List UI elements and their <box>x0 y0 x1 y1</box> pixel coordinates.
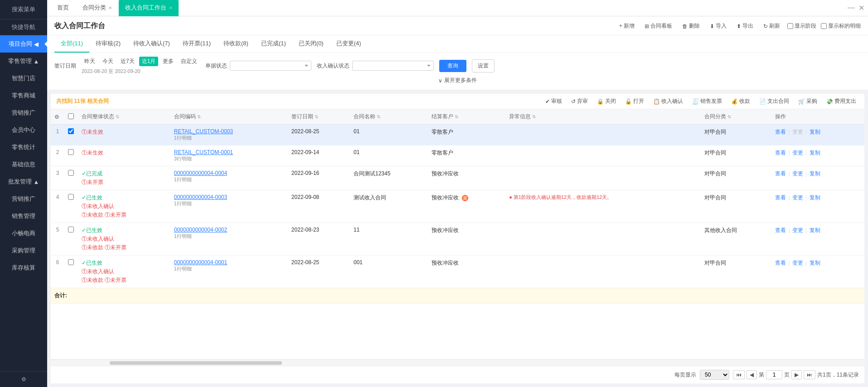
sidebar-search[interactable]: 搜索菜单 <box>0 0 47 19</box>
view-btn[interactable]: 查看 <box>775 227 786 233</box>
contract-code-link[interactable]: RETAIL_CUSTOM-0001 <box>174 149 233 155</box>
expand-more-btn[interactable]: ∨ 展开更多条件 <box>54 75 861 86</box>
settings-button[interactable]: 设置 <box>472 59 495 73</box>
doc-status-select[interactable] <box>230 61 311 71</box>
tab-contract-category[interactable]: 合同分类 × <box>76 0 118 16</box>
sidebar-item-sales-mgmt[interactable]: 销售管理 <box>0 208 47 225</box>
col-code[interactable]: 合同编码 <box>170 109 288 125</box>
filter-tab-pending-confirm[interactable]: 待收入确认(7) <box>127 35 176 53</box>
minimize-icon[interactable]: — <box>848 4 855 12</box>
per-page-select[interactable]: 50 10 20 100 <box>700 370 729 380</box>
view-btn[interactable]: 查看 <box>775 260 786 266</box>
row-checkbox[interactable] <box>68 149 74 155</box>
row-checkbox[interactable] <box>68 128 74 134</box>
sidebar-item-marketing[interactable]: 营销推广 <box>0 104 47 121</box>
copy-btn[interactable]: 复制 <box>810 227 820 233</box>
sidebar-item-retail-stats[interactable]: 零售统计 <box>0 139 47 156</box>
view-btn[interactable]: 查看 <box>775 170 786 177</box>
sidebar-item-basic-info[interactable]: 基础信息 <box>0 156 47 173</box>
horizontal-scroll-bar[interactable] <box>51 359 864 366</box>
expense-contract-button[interactable]: 📄 支出合同 <box>756 97 792 106</box>
change-btn[interactable]: 变更 <box>792 150 803 156</box>
tab-income-workbench-close[interactable]: × <box>169 5 172 10</box>
change-btn[interactable]: 变更 <box>792 170 803 177</box>
row-checkbox[interactable] <box>68 259 74 265</box>
change-btn[interactable]: 变更 <box>792 227 803 233</box>
sidebar-item-retail-mall[interactable]: 零售商城 <box>0 87 47 104</box>
select-all-checkbox[interactable] <box>68 113 74 119</box>
filter-tab-closed[interactable]: 已关闭(0) <box>292 35 330 53</box>
contract-code-link[interactable]: RETAIL_CUSTOM-0003 <box>174 128 233 135</box>
change-btn[interactable]: 变更 <box>792 194 803 201</box>
filter-tab-all[interactable]: 全部(11) <box>54 35 89 53</box>
close-contract-button[interactable]: 🔒 关闭 <box>594 97 619 106</box>
contract-code-link[interactable]: 0000000000004-0004 <box>174 170 227 176</box>
query-button[interactable]: 查询 <box>439 60 466 72</box>
tab-home[interactable]: 首页 <box>51 0 75 16</box>
sidebar-item-member[interactable]: 会员中心 <box>0 121 47 139</box>
filter-tab-pending-invoice[interactable]: 待开票(11) <box>176 35 217 53</box>
filter-tab-completed[interactable]: 已完成(1) <box>255 35 292 53</box>
sidebar-quick-nav[interactable]: 快捷导航 <box>0 19 47 35</box>
col-settings[interactable]: ⚙ <box>51 109 64 125</box>
sidebar-item-project[interactable]: 项目合同 ◀ <box>0 35 47 53</box>
tab-income-workbench[interactable]: 收入合同工作台 × <box>119 0 178 16</box>
copy-btn[interactable]: 复制 <box>810 129 820 135</box>
kanban-button[interactable]: ⊞ 合同看板 <box>642 21 675 31</box>
income-confirm-button[interactable]: 📋 收入确认 <box>650 97 686 106</box>
change-btn[interactable]: 变更 <box>792 260 803 266</box>
refresh-button[interactable]: ↻ 刷新 <box>761 21 783 31</box>
confirm-status-select[interactable] <box>352 61 434 71</box>
first-page-btn[interactable]: ⏮ <box>733 370 745 379</box>
col-overall-status[interactable]: 合同整体状态 <box>78 109 170 125</box>
new-button[interactable]: + 新增 <box>616 21 637 31</box>
copy-btn[interactable]: 复制 <box>810 260 820 266</box>
show-detail-checkbox[interactable] <box>821 23 827 29</box>
show-detail-checkbox-label[interactable]: 显示标的明细 <box>821 22 861 30</box>
purchase-button[interactable]: 🛒 采购 <box>795 97 820 106</box>
date-btn-7days[interactable]: 近7天 <box>118 57 137 66</box>
delete-button[interactable]: 🗑 删除 <box>679 21 703 31</box>
sidebar-item-wholesale[interactable]: 批发管理 ▲ <box>0 173 47 190</box>
copy-btn[interactable]: 复制 <box>810 150 820 156</box>
contract-code-link[interactable]: 0000000000004-0003 <box>174 194 227 200</box>
col-error[interactable]: 异常信息 <box>505 109 701 125</box>
row-checkbox[interactable] <box>68 194 74 200</box>
view-btn[interactable]: 查看 <box>775 150 786 156</box>
export-button[interactable]: ⬆ 导出 <box>734 21 756 31</box>
date-btn-more[interactable]: 更多 <box>160 57 176 66</box>
collection-button[interactable]: 💰 收款 <box>728 97 753 106</box>
contract-code-link[interactable]: 0000000000004-0002 <box>174 227 227 233</box>
expense-button[interactable]: 💸 费用支出 <box>824 97 859 106</box>
col-date[interactable]: 签订日期 <box>288 109 350 125</box>
date-btn-yesterday[interactable]: 昨天 <box>82 57 98 66</box>
filter-tab-pending-review[interactable]: 待审核(2) <box>89 35 127 53</box>
abandon-review-button[interactable]: ↺ 弃审 <box>568 97 591 106</box>
row-checkbox[interactable] <box>68 170 74 176</box>
sidebar-item-marketing2[interactable]: 营销推广 <box>0 190 47 208</box>
page-number-input[interactable] <box>766 370 782 379</box>
col-category[interactable]: 合同分类 <box>701 109 771 125</box>
sidebar-item-purchase[interactable]: 采购管理 <box>0 242 47 259</box>
show-stage-checkbox[interactable] <box>787 23 793 29</box>
last-page-btn[interactable]: ⏭ <box>804 370 815 379</box>
sidebar-item-xiaochang[interactable]: 小畅电商 <box>0 225 47 242</box>
next-page-btn[interactable]: ▶ <box>791 370 802 379</box>
show-stage-checkbox-label[interactable]: 显示阶段 <box>787 22 816 30</box>
close-window-icon[interactable]: ✕ <box>858 4 864 12</box>
date-btn-custom[interactable]: 自定义 <box>178 57 200 66</box>
copy-btn[interactable]: 复制 <box>810 170 820 177</box>
sales-invoice-button[interactable]: 🧾 销售发票 <box>689 97 725 106</box>
col-name[interactable]: 合同名称 <box>350 109 428 125</box>
date-btn-1month[interactable]: 近1月 <box>139 57 159 66</box>
date-btn-today[interactable]: 今天 <box>100 57 116 66</box>
copy-btn[interactable]: 复制 <box>810 194 820 201</box>
sidebar-item-retail-mgmt[interactable]: 零售管理 ▲ <box>0 53 47 70</box>
prev-page-btn[interactable]: ◀ <box>747 370 757 379</box>
view-btn[interactable]: 查看 <box>775 129 786 135</box>
sidebar-settings[interactable]: ⚙ <box>0 371 47 387</box>
filter-tab-changed[interactable]: 已变更(4) <box>330 35 368 53</box>
filter-tab-pending-payment[interactable]: 待收款(8) <box>217 35 255 53</box>
import-button[interactable]: ⬇ 导入 <box>707 21 729 31</box>
sidebar-item-inventory[interactable]: 库存核算 <box>0 259 47 276</box>
